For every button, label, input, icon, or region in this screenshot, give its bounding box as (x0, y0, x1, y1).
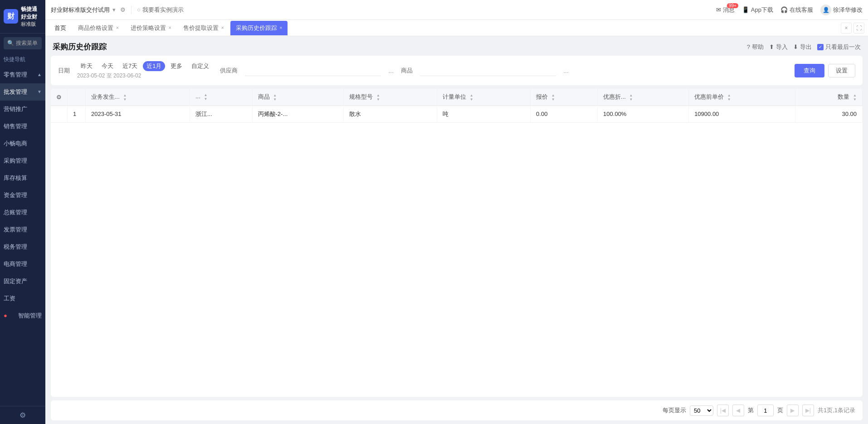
tab-home-label: 首页 (54, 24, 66, 32)
app-download-button[interactable]: 📱 App下载 (742, 6, 773, 14)
only-last-toggle[interactable]: ✓ 只看最后一次 (817, 43, 861, 51)
sidebar-item-retail[interactable]: 零售管理 ▲ (0, 66, 45, 83)
date-7days[interactable]: 近7天 (119, 61, 141, 71)
search-menu-button[interactable]: 🔍 搜索菜单 (4, 37, 42, 49)
cell-quote: 0.00 (531, 106, 598, 122)
date-range-display: 2023-05-02 至 2023-06-02 (77, 72, 213, 80)
supplier-filter-label: 供应商 (220, 67, 238, 75)
sidebar-item-finance[interactable]: 资金管理 (0, 187, 45, 204)
goods-input[interactable] (420, 65, 556, 76)
page-size-select[interactable]: 50 20 100 200 (690, 405, 713, 416)
page-last-button[interactable]: ▶| (802, 405, 814, 416)
sidebar-item-tax[interactable]: 税务管理 (0, 238, 45, 255)
sidebar-item-label: 工资 (4, 294, 15, 303)
sort-arrows-extra: ▲▼ (204, 93, 207, 101)
checkbox-icon: ✓ (817, 44, 824, 50)
import-button[interactable]: ⬆ 导入 (769, 43, 788, 51)
supplier-more-icon[interactable]: ... (388, 67, 394, 74)
col-quote[interactable]: 报价 ▲▼ (531, 89, 598, 106)
sidebar-item-label: 电商管理 (4, 260, 27, 268)
col-discount[interactable]: 优惠折... ▲▼ (598, 89, 689, 106)
date-today[interactable]: 今天 (98, 61, 117, 71)
tab-purchase-history-close[interactable]: × (280, 25, 283, 30)
tab-purchase-history[interactable]: 采购历史价跟踪 × (230, 21, 288, 35)
filter-settings-button[interactable]: 设置 (828, 64, 855, 77)
demo-button[interactable]: ○ 我要看实例演示 (137, 6, 184, 14)
sidebar-item-wholesale[interactable]: 批发管理 ▼ (0, 83, 45, 101)
tab-bar: 首页 商品价格设置 × 进价策略设置 × 售价提取设置 × 采购历史价跟踪 × … (45, 20, 868, 36)
col-spec[interactable]: 规格型号 ▲▼ (344, 89, 437, 106)
mobile-icon: 📱 (742, 6, 749, 13)
tabs-controls: × ⛶ (841, 23, 864, 34)
col-num (68, 89, 86, 106)
page-prev-button[interactable]: ◀ (732, 405, 744, 416)
user-button[interactable]: 👤 徐泽华修改 (820, 5, 863, 15)
sidebar-item-payroll[interactable]: 工资 (0, 290, 45, 307)
tab-purchase-strategy[interactable]: 进价策略设置 × (125, 21, 177, 35)
tab-product-price-close[interactable]: × (116, 25, 119, 30)
logo-icon: 财 (4, 9, 18, 24)
sidebar-item-purchase[interactable]: 采购管理 (0, 152, 45, 169)
tab-maximize-button[interactable]: ⛶ (853, 23, 864, 34)
main-content: 好业财标准版交付试用 ▾ ⚙ ○ 我要看实例演示 ✉ 消息 99+ 📱 App下… (45, 0, 868, 424)
date-custom[interactable]: 自定义 (188, 61, 213, 71)
help-button[interactable]: ? 帮助 (747, 43, 764, 51)
sidebar-item-inventory[interactable]: 库存核算 (0, 169, 45, 187)
play-icon: ○ (137, 6, 141, 13)
cell-product: 丙烯酸-2-... (252, 106, 344, 122)
page-header: 采购历史价跟踪 ? 帮助 ⬆ 导入 ⬇ 导出 ✓ 只看最后一次 (45, 36, 868, 56)
smart-dot-icon: ● (4, 312, 7, 319)
tab-sale-price-close[interactable]: × (221, 25, 224, 30)
tab-home[interactable]: 首页 (49, 21, 72, 35)
sidebar-item-ledger[interactable]: 总账管理 (0, 204, 45, 221)
sidebar-item-label: 库存核算 (4, 174, 27, 182)
export-button[interactable]: ⬇ 导出 (793, 43, 812, 51)
sidebar-settings-button[interactable]: ⚙ (20, 411, 26, 419)
version-selector[interactable]: 好业财标准版交付试用 ▾ ⚙ (51, 6, 132, 14)
version-settings-icon[interactable]: ⚙ (120, 6, 126, 13)
cell-date: 2023-05-31 (86, 106, 190, 122)
page-number-input[interactable] (757, 405, 774, 416)
sidebar-item-sales[interactable]: 销售管理 (0, 118, 45, 135)
cell-quantity: 30.00 (795, 106, 862, 122)
date-yesterday[interactable]: 昨天 (77, 61, 96, 71)
sidebar-search-area: 🔍 搜索菜单 (0, 34, 45, 53)
col-product[interactable]: 商品 ▲▼ (252, 89, 344, 106)
tab-product-price-label: 商品价格设置 (78, 24, 113, 32)
page: 采购历史价跟踪 ? 帮助 ⬆ 导入 ⬇ 导出 ✓ 只看最后一次 (45, 36, 868, 424)
quick-nav-button[interactable]: 快捷导航 (0, 53, 45, 66)
online-service-button[interactable]: 🎧 在线客服 (780, 6, 813, 14)
date-filter-group: 昨天 今天 近7天 近1月 更多 自定义 2023-05-02 至 2023-0… (77, 61, 213, 80)
page-next-button[interactable]: ▶ (787, 405, 799, 416)
col-quantity[interactable]: 数量 ▲▼ (795, 89, 862, 106)
sidebar-item-smart[interactable]: ● 智能管理 (0, 307, 45, 324)
supplier-input[interactable] (245, 65, 381, 76)
goods-more-icon[interactable]: ... (563, 67, 569, 74)
tab-close-button[interactable]: × (841, 23, 852, 34)
sidebar-item-marketing[interactable]: 营销推广 (0, 101, 45, 118)
page-total-info: 共1页,1条记录 (818, 406, 855, 414)
sort-arrows-quote: ▲▼ (551, 93, 555, 101)
col-unit[interactable]: 计量单位 ▲▼ (437, 89, 531, 106)
tab-product-price[interactable]: 商品价格设置 × (73, 21, 124, 35)
date-more[interactable]: 更多 (167, 61, 186, 71)
sidebar-item-ecom[interactable]: 电商管理 (0, 255, 45, 273)
sidebar-menu: 零售管理 ▲ 批发管理 ▼ 营销推广 销售管理 小畅电商 采购管理 库存核算 资… (0, 66, 45, 406)
date-1month[interactable]: 近1月 (143, 61, 165, 71)
sidebar-item-label: 资金管理 (4, 191, 27, 199)
col-date[interactable]: 业务发生... ▲▼ (86, 89, 190, 106)
sidebar-item-invoice[interactable]: 发票管理 (0, 221, 45, 238)
cell-spec: 散水 (344, 106, 437, 122)
page-first-button[interactable]: |◀ (717, 405, 729, 416)
col-extra[interactable]: ... ▲▼ (190, 89, 252, 106)
col-unit-price[interactable]: 优惠前单价 ▲▼ (689, 89, 795, 106)
message-button[interactable]: ✉ 消息 99+ (716, 6, 735, 14)
tab-purchase-strategy-close[interactable]: × (169, 25, 171, 30)
tab-sale-price[interactable]: 售价提取设置 × (178, 21, 229, 35)
sidebar-item-ecom-small[interactable]: 小畅电商 (0, 135, 45, 152)
sidebar-item-assets[interactable]: 固定资产 (0, 273, 45, 290)
table-settings-icon[interactable]: ⚙ (56, 94, 62, 101)
col-settings[interactable]: ⚙ (51, 89, 68, 106)
filter-area: 日期 昨天 今天 近7天 近1月 更多 自定义 2023-05-02 至 202… (51, 56, 863, 85)
query-button[interactable]: 查询 (795, 64, 824, 77)
